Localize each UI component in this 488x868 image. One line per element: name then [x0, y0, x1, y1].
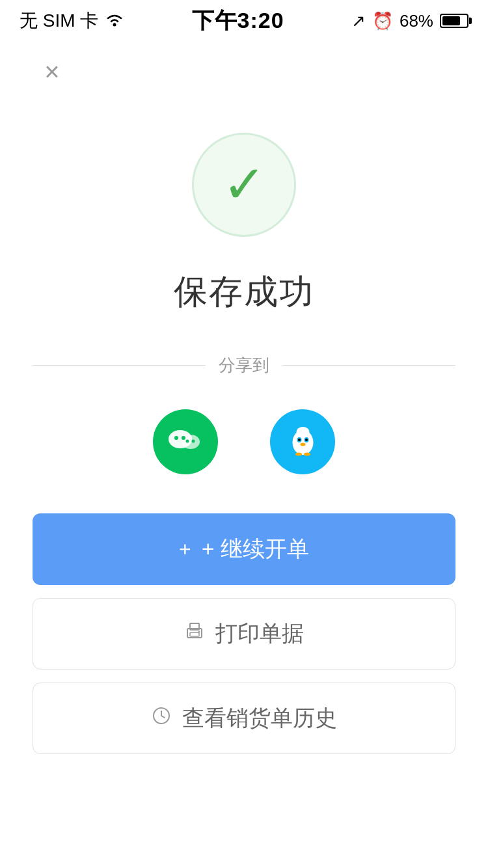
- carrier-text: 无 SIM 卡: [20, 8, 98, 33]
- status-time: 下午3:20: [192, 6, 284, 36]
- divider-right: [282, 365, 455, 366]
- location-icon: ↗: [351, 11, 366, 31]
- wechat-share-button[interactable]: [153, 409, 218, 474]
- history-icon: [151, 705, 172, 731]
- plus-icon: +: [179, 537, 191, 562]
- svg-point-6: [192, 440, 195, 443]
- close-button[interactable]: ×: [33, 52, 72, 91]
- svg-point-14: [304, 452, 310, 455]
- divider-left: [33, 365, 206, 366]
- checkmark-icon: ✓: [223, 159, 266, 211]
- svg-point-19: [198, 631, 200, 633]
- svg-point-4: [182, 436, 185, 440]
- battery-icon: [440, 14, 468, 28]
- share-label: 分享到: [206, 354, 282, 377]
- qq-icon: [285, 424, 321, 460]
- svg-point-12: [300, 442, 305, 446]
- svg-point-15: [296, 427, 309, 437]
- svg-point-0: [113, 23, 116, 27]
- history-label: 查看销货单历史: [182, 703, 337, 733]
- close-icon: ×: [44, 59, 59, 85]
- success-title: 保存成功: [174, 269, 314, 315]
- main-content: ✓ 保存成功 分享到: [0, 42, 488, 754]
- print-label: 打印单据: [215, 619, 304, 649]
- print-button[interactable]: 打印单据: [33, 598, 455, 670]
- svg-point-13: [295, 452, 302, 455]
- battery-percentage: 68%: [400, 11, 433, 31]
- share-section: 分享到: [0, 354, 488, 474]
- status-left: 无 SIM 卡: [20, 8, 124, 33]
- actions: + + 继续开单 打印单据 查看销货单历: [0, 513, 488, 754]
- continue-order-button[interactable]: + + 继续开单: [33, 513, 455, 585]
- svg-rect-18: [190, 632, 199, 636]
- share-icons: [33, 409, 455, 474]
- status-right: ↗ ⏰ 68%: [351, 11, 468, 31]
- continue-order-label: + 继续开单: [202, 534, 309, 564]
- history-button[interactable]: 查看销货单历史: [33, 683, 455, 754]
- svg-point-5: [186, 440, 189, 443]
- qq-share-button[interactable]: [270, 409, 335, 474]
- wifi-icon: [105, 10, 124, 31]
- success-circle: ✓: [192, 133, 296, 237]
- svg-point-3: [174, 436, 178, 440]
- wechat-icon: [166, 422, 205, 461]
- svg-point-10: [298, 439, 301, 441]
- svg-point-11: [305, 439, 308, 441]
- status-bar: 无 SIM 卡 下午3:20 ↗ ⏰ 68%: [0, 0, 488, 42]
- print-icon: [184, 621, 205, 647]
- share-divider: 分享到: [33, 354, 455, 377]
- alarm-icon: ⏰: [372, 11, 393, 31]
